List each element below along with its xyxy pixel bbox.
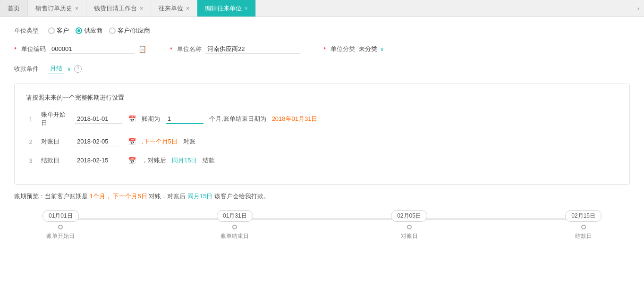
period-label-3: 结款日 — [41, 156, 69, 165]
tab-cash-work[interactable]: 钱货日清工作台 × — [86, 0, 151, 17]
payment-condition-row: 收款条件 月结 ∨ ? — [14, 63, 630, 74]
payment-help-icon[interactable]: ? — [74, 65, 82, 73]
period-date-1[interactable] — [75, 114, 122, 124]
timeline-badge-3: 02月15日 — [565, 210, 602, 222]
tab-edit-partner-label: 编辑往来单位 — [205, 4, 242, 13]
period-row3-highlight: 同月15日 — [172, 156, 197, 165]
tab-edit-partner[interactable]: 编辑往来单位 × — [197, 0, 256, 17]
timeline-node-3: 02月15日 结款日 — [565, 210, 602, 240]
period-row3-suffix: 结款 — [203, 156, 215, 165]
period-label-1: 账单开始日 — [41, 110, 69, 127]
unit-category-arrow[interactable]: ∨ — [380, 46, 384, 52]
unit-name-input[interactable] — [205, 44, 300, 54]
tab-home[interactable]: 首页 — [0, 0, 28, 17]
main-content: 单位类型 客户 供应商 客户/供应商 * 单位编码 📋 * 单位名称 — [0, 17, 644, 287]
radio-supplier-label: 供应商 — [84, 26, 102, 35]
period-date-2[interactable] — [75, 137, 122, 146]
preview-section: 账期预览：当前客户账期是 1个月， 下一个月5日 对账，对账后 同月15日 该客… — [14, 192, 630, 201]
timeline-dot-0 — [58, 225, 63, 229]
period-row3-prefix: ，对账后 — [142, 156, 166, 165]
unit-category-dropdown[interactable]: 未分类 ∨ — [359, 45, 384, 53]
period-num-3: 3 — [26, 157, 35, 164]
tab-partner-label: 往来单位 — [159, 4, 183, 13]
preview-middle: 对账，对账后 — [149, 193, 186, 200]
payment-condition-arrow[interactable]: ∨ — [67, 66, 71, 72]
timeline-badge-0: 01月01日 — [42, 210, 79, 222]
period-row2-suffix: 对账 — [183, 137, 195, 146]
tab-partner-close[interactable]: × — [186, 5, 189, 12]
period-date-3[interactable] — [75, 156, 122, 165]
period-row-2: 2 对账日 📅 ,下一个月5日 对账 — [26, 137, 618, 146]
unit-code-star: * — [14, 46, 17, 53]
radio-both[interactable]: 客户/供应商 — [109, 26, 150, 35]
period-suffix-1: 账期为 — [142, 115, 160, 123]
unit-code-label: 单位编码 — [21, 45, 46, 53]
period-label-2: 对账日 — [41, 137, 69, 146]
panel-title: 请按照未来的一个完整帐期进行设置 — [26, 93, 618, 102]
period-row-1: 1 账单开始日 📅 账期为 个月,账单结束日期为 2018年01月31日 — [26, 110, 618, 127]
timeline-nodes: 01月01日 账单开始日 01月31日 账单结束日 02月05日 对账日 02月… — [42, 210, 602, 240]
preview-suffix: 该客户会给我打款。 — [214, 193, 270, 200]
preview-part1: 1个月， — [90, 193, 111, 200]
tab-scroll-right[interactable]: › — [633, 0, 644, 17]
radio-supplier[interactable]: 供应商 — [76, 26, 102, 35]
period-row2-highlight: ,下一个月5日 — [142, 137, 178, 146]
period-cal-3[interactable]: 📅 — [128, 157, 136, 164]
period-num-1: 1 — [26, 116, 35, 123]
unit-code-icon[interactable]: 📋 — [138, 45, 146, 53]
tab-sales-history[interactable]: 销售订单历史 × — [28, 0, 86, 17]
timeline-dot-3 — [581, 225, 586, 229]
payment-condition-label: 收款条件 — [14, 65, 39, 73]
unit-cat-star: * — [323, 46, 326, 53]
tab-partner[interactable]: 往来单位 × — [151, 0, 197, 17]
unit-code-group: * 单位编码 📋 — [14, 44, 146, 54]
tab-sales-label: 销售订单历史 — [35, 4, 72, 13]
timeline-node-0: 01月01日 账单开始日 — [42, 210, 79, 240]
period-end-date: 2018年01月31日 — [272, 115, 318, 123]
payment-condition-group: 月结 ∨ ? — [48, 63, 82, 74]
tab-edit-partner-close[interactable]: × — [245, 5, 248, 12]
radio-group: 客户 供应商 客户/供应商 — [48, 26, 150, 35]
unit-code-input[interactable] — [50, 44, 135, 54]
preview-part3: 同月15日 — [187, 193, 212, 200]
timeline-badge-2: 02月05日 — [391, 210, 427, 222]
timeline-label-2: 对账日 — [401, 232, 418, 240]
unit-category-value: 未分类 — [359, 45, 377, 53]
unit-info-row: * 单位编码 📋 * 单位名称 * 单位分类 未分类 ∨ — [14, 44, 630, 54]
period-cal-2[interactable]: 📅 — [128, 138, 136, 145]
unit-type-row: 单位类型 客户 供应商 客户/供应商 — [14, 26, 630, 35]
timeline-container: 01月01日 账单开始日 01月31日 账单结束日 02月05日 对账日 02月… — [14, 210, 630, 240]
period-panel: 请按照未来的一个完整帐期进行设置 1 账单开始日 📅 账期为 个月,账单结束日期… — [14, 84, 630, 185]
tab-cash-close[interactable]: × — [140, 5, 143, 12]
unit-name-label: 单位名称 — [177, 45, 202, 53]
unit-name-star: * — [170, 46, 172, 53]
timeline-label-0: 账单开始日 — [46, 232, 75, 240]
timeline-label-3: 结款日 — [575, 232, 592, 240]
tab-bar: 首页 销售订单历史 × 钱货日清工作台 × 往来单位 × 编辑往来单位 × › — [0, 0, 644, 17]
timeline-node-1: 01月31日 账单结束日 — [217, 210, 253, 240]
preview-part2: 下一个月5日 — [113, 193, 147, 200]
period-cal-1[interactable]: 📅 — [128, 115, 136, 123]
unit-category-group: * 单位分类 未分类 ∨ — [323, 45, 384, 53]
timeline-dot-1 — [232, 225, 237, 229]
timeline-node-2: 02月05日 对账日 — [391, 210, 427, 240]
period-months-input[interactable] — [166, 114, 203, 124]
timeline-label-1: 账单结束日 — [220, 232, 249, 240]
radio-supplier-circle — [76, 27, 82, 34]
radio-customer-label: 客户 — [57, 26, 69, 35]
unit-type-label: 单位类型 — [14, 26, 39, 35]
unit-name-group: * 单位名称 — [170, 44, 300, 54]
payment-condition-value[interactable]: 月结 — [48, 63, 64, 74]
period-row-3: 3 结款日 📅 ，对账后 同月15日 结款 — [26, 156, 618, 165]
tab-home-label: 首页 — [8, 4, 20, 13]
period-num-2: 2 — [26, 138, 35, 145]
preview-prefix: 账期预览：当前客户账期是 — [14, 193, 88, 200]
radio-customer[interactable]: 客户 — [48, 26, 69, 35]
period-months-unit: 个月,账单结束日期为 — [209, 115, 266, 123]
radio-both-label: 客户/供应商 — [118, 26, 150, 35]
timeline-badge-1: 01月31日 — [217, 210, 253, 222]
timeline-dot-2 — [407, 225, 412, 229]
unit-category-label: 单位分类 — [330, 45, 355, 53]
tab-sales-close[interactable]: × — [75, 5, 78, 12]
radio-both-circle — [109, 27, 116, 34]
